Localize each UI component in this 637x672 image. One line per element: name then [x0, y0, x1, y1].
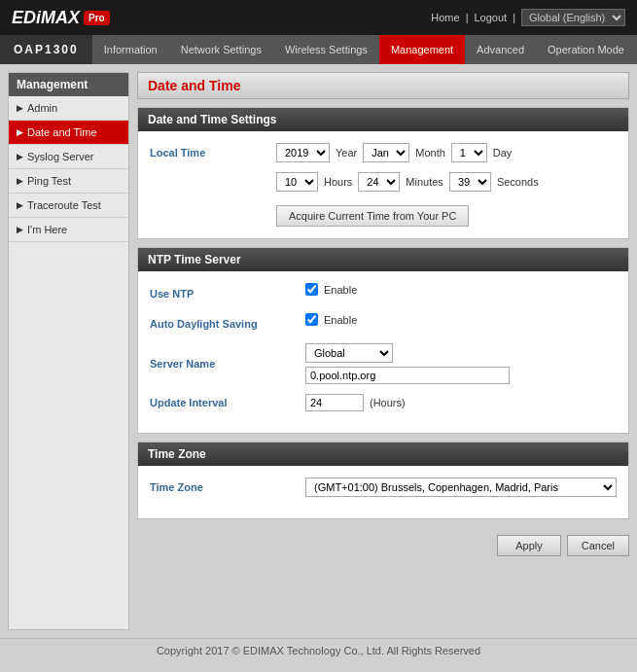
date-time-section-body: Local Time 2019 Year Jan Month 1 [138, 131, 628, 238]
sidebar: Management ▶ Admin ▶ Date and Time ▶ Sys… [8, 72, 129, 630]
action-bar: Apply Cancel [137, 527, 629, 560]
sidebar-item-traceroute[interactable]: ▶ Traceroute Test [9, 194, 128, 218]
ntp-section: NTP Time Server Use NTP Enable Auto Dayl… [137, 247, 629, 434]
server-region-select[interactable]: Global [305, 343, 393, 363]
hours-unit-label: (Hours) [370, 397, 406, 408]
content: Date and Time Date and Time Settings Loc… [137, 72, 629, 630]
sidebar-label-ping: Ping Test [27, 175, 71, 187]
home-link[interactable]: Home [431, 12, 459, 23]
local-time-controls: 2019 Year Jan Month 1 Day [276, 143, 512, 162]
use-ntp-enable-label: Enable [324, 284, 357, 296]
server-name-group: Global [305, 343, 510, 384]
year-select[interactable]: 2019 [276, 143, 330, 162]
timezone-section: Time Zone Time Zone (GMT+01:00) Brussels… [137, 442, 629, 519]
use-ntp-row: Use NTP Enable [150, 283, 617, 303]
auto-daylight-label: Auto Daylight Saving [150, 318, 305, 330]
use-ntp-label: Use NTP [150, 288, 305, 300]
nav-management[interactable]: Management [379, 35, 465, 64]
sidebar-item-ping[interactable]: ▶ Ping Test [9, 169, 128, 194]
nav-advanced[interactable]: Advanced [465, 35, 536, 64]
apply-button[interactable]: Apply [497, 535, 561, 556]
page-title: Date and Time [137, 72, 629, 99]
server-name-label: Server Name [150, 358, 305, 370]
update-interval-input[interactable] [305, 394, 364, 411]
navbar-brand: OAP1300 [0, 35, 92, 64]
sidebar-label-im-here: I'm Here [27, 224, 67, 235]
year-label: Year [336, 147, 357, 159]
time-controls: 10 Hours 24 Minutes 39 Seconds [276, 172, 539, 192]
nav-network-settings[interactable]: Network Settings [169, 35, 273, 64]
arrow-icon: ▶ [17, 127, 23, 137]
arrow-icon: ▶ [17, 152, 23, 161]
sidebar-label-admin: Admin [27, 102, 57, 114]
hour-label: Hours [324, 176, 352, 188]
day-label: Day [493, 147, 513, 159]
sidebar-item-admin[interactable]: ▶ Admin [9, 96, 128, 121]
sidebar-label-traceroute: Traceroute Test [27, 199, 101, 211]
language-select[interactable]: Global (English) [521, 9, 625, 26]
arrow-icon: ▶ [17, 225, 23, 234]
auto-daylight-row: Auto Daylight Saving Enable [150, 313, 617, 334]
header-links: Home | Logout | Global (English) [431, 9, 625, 26]
acquire-time-button[interactable]: Acquire Current Time from Your PC [276, 205, 469, 227]
header: EDiMAX Pro Home | Logout | Global (Engli… [0, 0, 637, 35]
month-select[interactable]: Jan [363, 143, 409, 162]
use-ntp-check-group: Enable [305, 283, 357, 296]
second-label: Seconds [497, 176, 539, 188]
timezone-label: Time Zone [150, 481, 305, 493]
timezone-section-body: Time Zone (GMT+01:00) Brussels, Copenhag… [138, 466, 628, 518]
logo: EDiMAX Pro [12, 8, 110, 28]
sidebar-item-im-here[interactable]: ▶ I'm Here [9, 218, 128, 242]
navbar: OAP1300 Information Network Settings Wir… [0, 35, 637, 64]
sidebar-item-syslog[interactable]: ▶ Syslog Server [9, 145, 128, 169]
sidebar-item-date-time[interactable]: ▶ Date and Time [9, 121, 128, 145]
logout-link[interactable]: Logout [474, 12, 507, 23]
arrow-icon: ▶ [17, 176, 23, 186]
minute-label: Minutes [406, 176, 443, 188]
update-interval-row: Update Interval (Hours) [150, 394, 617, 411]
timezone-section-header: Time Zone [138, 442, 628, 466]
auto-daylight-check-group: Enable [305, 313, 357, 326]
arrow-icon: ▶ [17, 200, 23, 210]
date-time-section: Date and Time Settings Local Time 2019 Y… [137, 107, 629, 239]
footer-text: Copyright 2017 © EDIMAX Technology Co., … [157, 645, 480, 656]
ntp-section-body: Use NTP Enable Auto Daylight Saving Enab… [138, 271, 628, 433]
auto-daylight-checkbox[interactable] [305, 313, 318, 326]
local-time-label: Local Time [150, 147, 276, 159]
sidebar-title: Management [9, 73, 128, 96]
ntp-section-header: NTP Time Server [138, 248, 628, 271]
date-time-section-header: Date and Time Settings [138, 108, 628, 131]
server-name-row: Server Name Global [150, 343, 617, 384]
time-row: 10 Hours 24 Minutes 39 Seconds [150, 172, 617, 192]
hour-select[interactable]: 10 [276, 172, 318, 192]
sidebar-label-syslog: Syslog Server [27, 151, 93, 162]
nav-wireless-settings[interactable]: Wireless Settings [273, 35, 379, 64]
nav-operation-mode[interactable]: Operation Mode [536, 35, 636, 64]
minute-select[interactable]: 24 [358, 172, 400, 192]
nav-items: Information Network Settings Wireless Se… [92, 35, 636, 64]
arrow-icon: ▶ [17, 103, 23, 113]
nav-information[interactable]: Information [92, 35, 169, 64]
use-ntp-checkbox[interactable] [305, 283, 318, 296]
month-label: Month [415, 147, 445, 159]
footer: Copyright 2017 © EDIMAX Technology Co., … [0, 638, 637, 662]
day-select[interactable]: 1 [451, 143, 487, 162]
logo-pro: Pro [84, 11, 110, 25]
cancel-button[interactable]: Cancel [567, 535, 629, 556]
sidebar-label-date-time: Date and Time [27, 126, 97, 138]
update-interval-label: Update Interval [150, 397, 305, 408]
timezone-select[interactable]: (GMT+01:00) Brussels, Copenhagen, Madrid… [305, 477, 617, 497]
second-select[interactable]: 39 [449, 172, 491, 192]
auto-daylight-enable-label: Enable [324, 314, 357, 326]
server-name-input[interactable] [305, 367, 510, 384]
logo-text: EDiMAX [12, 8, 80, 28]
timezone-row: Time Zone (GMT+01:00) Brussels, Copenhag… [150, 477, 617, 497]
main-layout: Management ▶ Admin ▶ Date and Time ▶ Sys… [0, 64, 637, 638]
local-time-row: Local Time 2019 Year Jan Month 1 [150, 143, 617, 162]
